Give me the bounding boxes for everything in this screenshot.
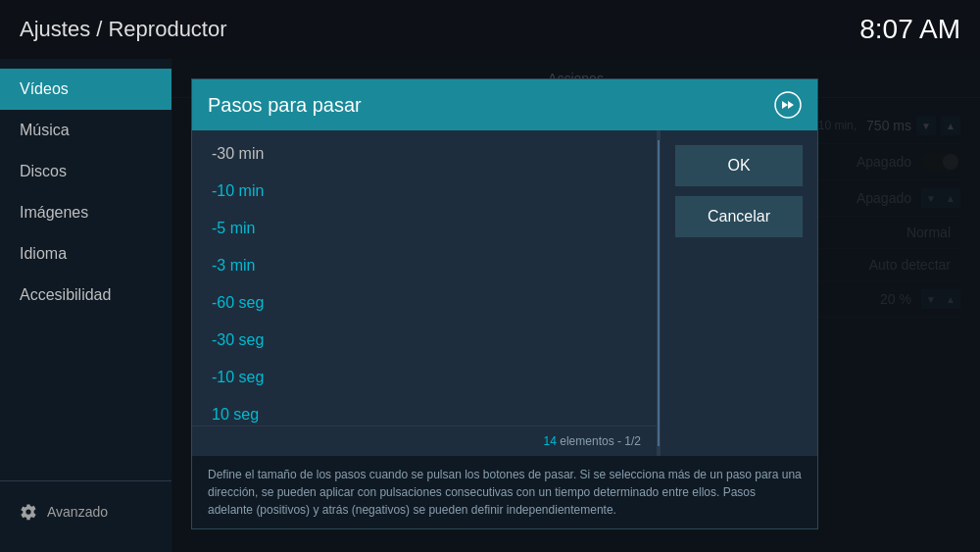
list-footer: 14 elementos - 1/2	[192, 426, 657, 456]
kodi-logo-icon	[774, 91, 802, 119]
list-item-minus60seg[interactable]: -60 seg	[192, 284, 657, 322]
sidebar-item-videos[interactable]: Vídeos	[0, 69, 172, 110]
sidebar-item-accesibilidad[interactable]: Accesibilidad	[0, 275, 172, 316]
page-indicator: 1/2	[624, 434, 641, 448]
list-item-minus5min[interactable]: -5 min	[192, 210, 657, 247]
modal-divider	[657, 130, 661, 456]
ok-button[interactable]: OK	[675, 145, 803, 186]
modal-body: -30 min -10 min -5 min -3 min	[192, 130, 817, 456]
list-panel: -30 min -10 min -5 min -3 min	[192, 130, 657, 456]
clock: 8:07 AM	[859, 14, 960, 45]
page-title: Ajustes / Reproductor	[20, 17, 227, 42]
list-item-10seg[interactable]: 10 seg	[192, 396, 657, 426]
list-item-minus10min[interactable]: -10 min	[192, 173, 657, 210]
gear-icon	[20, 503, 37, 521]
modal-header: Pasos para pasar	[192, 79, 817, 130]
modal-title: Pasos para pasar	[208, 94, 362, 117]
list-item-minus3min[interactable]: -3 min	[192, 247, 657, 284]
buttons-panel: OK Cancelar	[661, 130, 817, 456]
modal-overlay: Pasos para pasar	[172, 59, 980, 552]
sidebar-item-advanced[interactable]: Avanzado	[0, 491, 172, 532]
list-items-container[interactable]: -30 min -10 min -5 min -3 min	[192, 130, 657, 426]
modal-close-button[interactable]	[774, 91, 802, 119]
top-bar: Ajustes / Reproductor 8:07 AM	[0, 0, 980, 59]
sidebar-item-imagenes[interactable]: Imágenes	[0, 192, 172, 233]
modal-dialog: Pasos para pasar	[191, 78, 818, 529]
list-item-minus10seg[interactable]: -10 seg	[192, 359, 657, 396]
content-area: Acciones min, 10 min | -10 min, 750 ms ▼…	[172, 59, 980, 552]
sidebar-bottom: Avanzado	[0, 480, 172, 542]
list-item-minus30seg[interactable]: -30 seg	[192, 322, 657, 359]
sidebar-item-discos[interactable]: Discos	[0, 151, 172, 192]
cancel-button[interactable]: Cancelar	[675, 196, 803, 237]
main-layout: Vídeos Música Discos Imágenes Idioma Acc…	[0, 59, 980, 552]
total-count: 14	[544, 434, 557, 448]
advanced-label: Avanzado	[47, 504, 108, 520]
modal-description: Define el tamaño de los pasos cuando se …	[192, 456, 817, 528]
sidebar-item-idioma[interactable]: Idioma	[0, 233, 172, 275]
sidebar: Vídeos Música Discos Imágenes Idioma Acc…	[0, 59, 172, 552]
list-item-minus30min[interactable]: -30 min	[192, 135, 657, 173]
sidebar-item-musica[interactable]: Música	[0, 110, 172, 151]
